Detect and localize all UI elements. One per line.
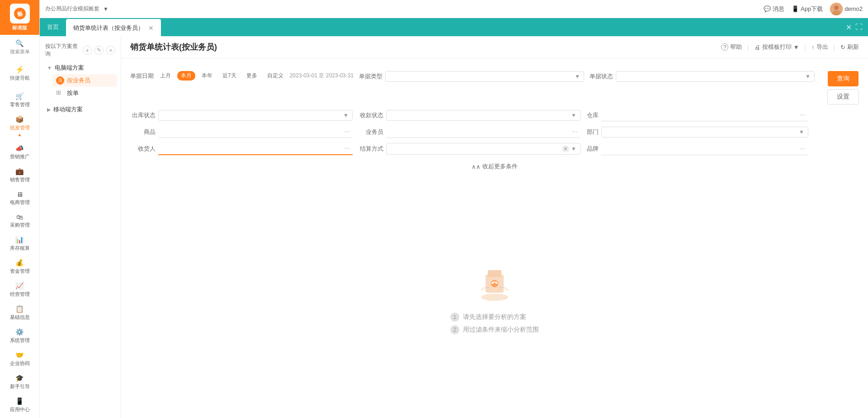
- date-label: 单据日期: [130, 72, 154, 80]
- refresh-btn[interactable]: ↻ 刷新: [840, 43, 859, 51]
- empty-state: 1 请先选择要分析的方案 2 用过滤条件来缩小分析范围: [121, 175, 868, 418]
- quick-nav[interactable]: ⚡ 快捷导航: [0, 62, 39, 85]
- doc-status-select[interactable]: ▼: [616, 71, 815, 82]
- tab-sales-stat[interactable]: 销货单统计表（按业务员） ✕: [66, 19, 161, 37]
- sidebar-item-sales[interactable]: 💼 销售管理: [8, 164, 32, 187]
- tree-collapse-icon: ▶: [47, 107, 51, 113]
- sidebar-item-operation[interactable]: 📈 经营管理: [8, 278, 32, 301]
- hint-text-1: 请先选择要分析的方案: [463, 313, 526, 321]
- svg-point-5: [481, 294, 508, 301]
- export-btn[interactable]: ↑ 导出: [811, 43, 828, 51]
- filter-row3: 商品 ··· 业务员 ··· 部门: [130, 126, 859, 142]
- date-btn-last-month[interactable]: 上月: [156, 71, 175, 81]
- page-header: 销货单统计表(按业务员) ? 帮助 | 🖨 按模板打印 ▼ | ↑: [121, 36, 868, 58]
- pc-scheme-header[interactable]: ▼ 电脑端方案: [43, 62, 117, 74]
- sidebar-item-apps[interactable]: 📱 应用中心: [8, 394, 32, 417]
- topbar-right: 💬 消息 📱 App下载 demo2: [764, 3, 863, 15]
- sidebar-item-finance[interactable]: 💰 资金管理: [8, 255, 32, 278]
- sidebar-item-purchase[interactable]: 🛍 采购管理: [8, 209, 32, 232]
- salesperson-filter: 业务员 ···: [358, 126, 580, 138]
- sidebar-item-wholesale[interactable]: 📦 批发管理 ▲: [8, 112, 32, 141]
- sidebar-item-marketing[interactable]: 📣 营销推广: [8, 141, 32, 164]
- settlement-select[interactable]: ✕ ▼: [386, 143, 580, 155]
- maximize-icon[interactable]: ⛶: [855, 23, 863, 31]
- brand-input[interactable]: ···: [601, 143, 808, 155]
- user-area[interactable]: demo2: [830, 3, 863, 15]
- settlement-filter: 结算方式 ✕ ▼: [358, 143, 580, 155]
- brand-dots-icon[interactable]: ···: [800, 145, 806, 153]
- date-btn-last7[interactable]: 近7天: [219, 71, 240, 81]
- tabbar: 首页 销货单统计表（按业务员） ✕ ✕ ⛶: [40, 18, 868, 36]
- sidebar-item-corp[interactable]: 🤝 企业协同: [8, 347, 32, 370]
- topbar-dropdown[interactable]: ▼: [103, 6, 108, 12]
- consignee-input[interactable]: ···: [158, 142, 353, 155]
- brand-label: 品牌: [586, 145, 599, 153]
- sidebar-item-basic[interactable]: 📋 基础信息: [8, 301, 32, 324]
- tab-home[interactable]: 首页: [40, 18, 66, 36]
- sidebar-item-newbie[interactable]: 🎓 新手引导: [8, 370, 32, 394]
- refresh-label: 刷新: [847, 43, 859, 51]
- settings-button[interactable]: 设置: [827, 89, 859, 104]
- salesperson-input[interactable]: ···: [386, 126, 580, 138]
- collapse-panel-btn[interactable]: «: [106, 46, 115, 55]
- left-panel-header: 按以下方案查询 + ✎ «: [40, 41, 121, 62]
- edit-scheme-btn[interactable]: ✎: [94, 46, 104, 55]
- date-btn-more[interactable]: 更多: [243, 71, 261, 81]
- finance-icon: 💰: [15, 259, 24, 267]
- date-btn-this-year[interactable]: 本年: [198, 71, 216, 81]
- add-scheme-btn[interactable]: +: [83, 46, 92, 55]
- payment-status-filter: 收款状态 ▼: [358, 110, 580, 121]
- product-dots-icon[interactable]: ···: [344, 128, 350, 136]
- settlement-clear-icon[interactable]: ✕: [562, 145, 569, 152]
- app-download-btn[interactable]: 📱 App下载: [792, 5, 823, 13]
- collapse-btn[interactable]: ∧∧ 收起更多条件: [472, 162, 518, 171]
- close-all-tabs-icon[interactable]: ✕: [846, 23, 852, 32]
- sidebar-item-inventory[interactable]: 📊 库存核算: [8, 232, 32, 255]
- help-label: 帮助: [730, 43, 742, 51]
- filter-row2: 出库状态 ▼ 收款状态 ▼ 仓库: [130, 109, 859, 126]
- mobile-scheme-header[interactable]: ▶ 移动端方案: [43, 103, 117, 116]
- doc-status-filter: 单据状态 ▼: [590, 71, 815, 82]
- scheme-by-order[interactable]: ⊞ 按单: [52, 87, 117, 100]
- svg-point-9: [492, 282, 494, 284]
- logo-area[interactable]: 畅 标准版: [0, 0, 39, 35]
- operation-icon: 📈: [15, 282, 24, 290]
- consignee-dots-icon[interactable]: ···: [344, 144, 350, 152]
- scheme-by-staff[interactable]: 员 按业务员: [52, 74, 117, 87]
- payment-status-select[interactable]: ▼: [386, 110, 580, 121]
- warehouse-input[interactable]: ···: [601, 109, 808, 121]
- warehouse-dots-icon[interactable]: ···: [800, 111, 806, 119]
- template-print-btn[interactable]: 🖨 按模板打印 ▼: [755, 43, 799, 51]
- active-scheme-icon: 员: [56, 76, 64, 85]
- sidebar-search[interactable]: 🔍 搜索菜单: [10, 35, 30, 58]
- date-row: 上月 本月 本年 近7天 更多 自定义 2023-03-01 至 2023-03…: [156, 71, 354, 81]
- doc-type-chevron-icon: ▼: [575, 73, 580, 80]
- sidebar-item-ecommerce[interactable]: 🖥 电商管理: [8, 187, 32, 209]
- apps-icon: 📱: [15, 397, 24, 405]
- doc-type-select[interactable]: ▼: [385, 71, 584, 82]
- salesperson-dots-icon[interactable]: ···: [572, 128, 578, 136]
- app-download-label: App下载: [801, 5, 823, 13]
- add-icon: +: [85, 47, 89, 54]
- query-button[interactable]: 查询: [828, 71, 859, 86]
- date-btn-custom[interactable]: 自定义: [264, 71, 287, 81]
- hint-num-2: 2: [450, 325, 459, 334]
- date-btn-this-month[interactable]: 本月: [177, 71, 195, 81]
- sales-icon: 💼: [15, 167, 24, 176]
- home-tab-label: 首页: [47, 23, 59, 31]
- sidebar-item-system[interactable]: ⚙️ 系统管理: [8, 324, 32, 347]
- sidebar-item-retail[interactable]: 🛒 零售管理: [8, 89, 32, 112]
- inventory-icon: 📊: [15, 236, 24, 244]
- collapse-label: 收起更多条件: [482, 162, 518, 171]
- stock-status-select[interactable]: ▼: [158, 110, 353, 121]
- download-icon: 📱: [792, 5, 799, 12]
- consignee-label: 收货人: [130, 145, 156, 153]
- product-input[interactable]: ···: [158, 126, 353, 138]
- department-select[interactable]: ▼: [601, 127, 808, 138]
- payment-status-label: 收款状态: [358, 111, 383, 119]
- messages-btn[interactable]: 💬 消息: [764, 5, 784, 13]
- sidebar-item-label: 电商管理: [10, 199, 30, 206]
- tab-close-icon[interactable]: ✕: [148, 24, 154, 32]
- help-btn[interactable]: ? 帮助: [721, 43, 742, 51]
- sidebar-item-label: 经营管理: [10, 291, 30, 298]
